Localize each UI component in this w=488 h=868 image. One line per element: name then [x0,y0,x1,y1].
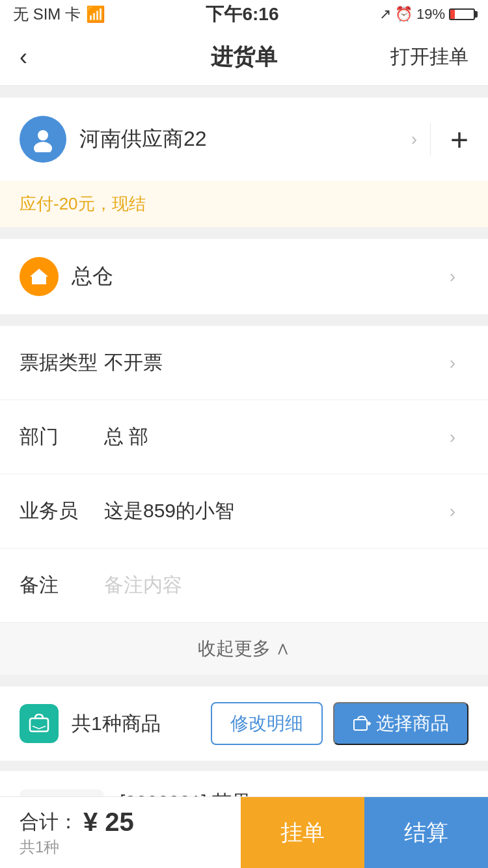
select-product-button[interactable]: 选择商品 [333,702,468,745]
total-sub: 共1种 [20,837,221,858]
dept-label: 部门 [20,424,98,450]
wifi-icon: 📶 [86,5,105,23]
products-icon [20,704,59,743]
sales-value: 这是859的小智 [98,498,450,524]
remark-label: 备注 [20,572,98,599]
alarm-icon: ⏰ [395,6,413,23]
pending-button[interactable]: 挂单 [241,797,364,868]
add-button[interactable]: + [450,122,468,157]
chevron-right-icon: › [411,129,417,150]
dept-chevron-icon: › [450,427,455,448]
dept-value: 总 部 [98,424,450,450]
warehouse-icon [20,257,59,296]
invoice-row[interactable]: 票据类型 不开票 › [0,326,488,400]
home-icon [29,266,49,287]
status-bar: 无 SIM 卡 📶 下午6:16 ↗ ⏰ 19% [0,0,488,29]
vertical-divider [430,123,431,156]
section-divider-3 [0,314,488,326]
notice-bar: 应付-20元，现结 [0,181,488,227]
battery-percent: 19% [416,6,445,23]
notice-text: 应付-20元，现结 [20,194,146,213]
form-section: 票据类型 不开票 › 部门 总 部 › 业务员 这是859的小智 › 备注 备注… [0,326,488,623]
page-title: 进货单 [211,42,277,72]
total-main: 合计： ¥ 25 [20,807,221,837]
total-amount: ¥ 25 [83,807,134,837]
open-pending-button[interactable]: 打开挂单 [390,44,468,70]
section-divider-2 [0,227,488,239]
supplier-avatar [20,116,66,163]
edit-details-button[interactable]: 修改明细 [211,702,323,745]
remark-row[interactable]: 备注 备注内容 [0,549,488,623]
cart-icon [27,712,51,735]
cart-add-icon [353,714,371,733]
warehouse-section: 总仓 › [0,239,488,314]
dept-row[interactable]: 部门 总 部 › [0,400,488,474]
svg-point-1 [34,142,52,152]
invoice-label: 票据类型 [20,349,98,376]
battery-icon [449,8,475,20]
supplier-name: 河南供应商22 [79,125,411,154]
status-left: 无 SIM 卡 📶 [13,4,105,25]
invoice-value: 不开票 [98,349,450,376]
total-label: 合计： [20,809,78,835]
products-count: 共1种商品 [72,711,211,737]
sales-row[interactable]: 业务员 这是859的小智 › [0,474,488,549]
warehouse-row[interactable]: 总仓 › [0,239,488,314]
nav-bar: ‹ 进货单 打开挂单 [0,29,488,86]
products-header: 共1种商品 修改明细 选择商品 [0,686,488,761]
supplier-row[interactable]: 河南供应商22 › + [0,98,488,181]
select-product-label: 选择商品 [376,711,449,736]
remark-input[interactable]: 备注内容 [98,572,468,599]
status-right: ↗ ⏰ 19% [379,6,475,23]
collapse-label: 收起更多 ∧ [198,636,291,661]
supplier-section: 河南供应商22 › + 应付-20元，现结 [0,98,488,227]
carrier-label: 无 SIM 卡 [13,4,81,25]
warehouse-chevron-icon: › [450,266,455,287]
warehouse-name: 总仓 [72,262,450,291]
status-time: 下午6:16 [206,2,278,27]
bottom-bar: 合计： ¥ 25 共1种 挂单 结算 [0,796,488,868]
section-divider-4 [0,675,488,686]
sales-label: 业务员 [20,498,98,524]
person-icon [30,126,56,152]
svg-point-0 [38,130,48,141]
back-button[interactable]: ‹ [20,44,59,71]
svg-rect-3 [354,720,367,730]
collapse-button[interactable]: 收起更多 ∧ [0,623,488,675]
total-section: 合计： ¥ 25 共1种 [0,797,241,868]
svg-rect-2 [30,718,48,731]
invoice-chevron-icon: › [450,353,455,373]
section-divider-1 [0,86,488,98]
settle-button[interactable]: 结算 [364,797,488,868]
location-icon: ↗ [379,6,391,23]
sales-chevron-icon: › [450,501,455,522]
